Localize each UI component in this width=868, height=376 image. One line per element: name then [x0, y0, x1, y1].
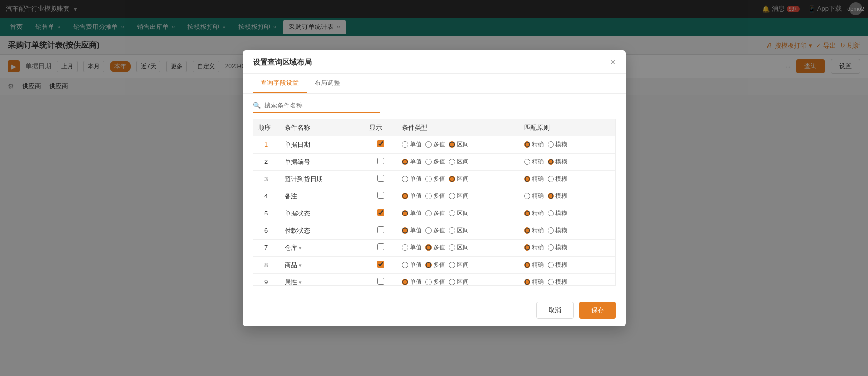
type-radio-多值[interactable]: 多值 [425, 226, 445, 235]
display-checkbox[interactable] [377, 175, 384, 182]
type-radio-多值[interactable]: 多值 [425, 175, 445, 183]
type-radio-单值[interactable]: 单值 [402, 175, 421, 183]
cancel-button[interactable]: 取消 [536, 302, 574, 319]
type-radio-单值[interactable]: 单值 [402, 278, 421, 286]
type-radio-单值[interactable]: 单值 [402, 140, 421, 149]
type-radio-单值[interactable]: 单值 [402, 192, 421, 200]
type-radio-单值[interactable]: 单值 [402, 261, 421, 269]
type-radio-区间[interactable]: 区间 [449, 261, 469, 269]
match-radio-精确[interactable]: 精确 [524, 243, 544, 252]
display-checkbox[interactable] [377, 192, 384, 199]
match-radio-模糊[interactable]: 模糊 [548, 192, 567, 200]
row-display-checkbox[interactable] [365, 136, 396, 153]
type-radio-多值[interactable]: 多值 [425, 209, 445, 217]
type-radio-单值[interactable]: 单值 [402, 226, 421, 235]
match-radio-模糊[interactable]: 模糊 [548, 158, 567, 166]
row-type-radios[interactable]: 单值多值区间 [397, 256, 520, 273]
modal-close-button[interactable]: × [610, 58, 616, 67]
type-radio-多值[interactable]: 多值 [425, 140, 445, 149]
type-radio-多值[interactable]: 多值 [425, 243, 445, 252]
match-radio-精确[interactable]: 精确 [524, 209, 544, 217]
display-checkbox[interactable] [377, 278, 384, 285]
row-display-checkbox[interactable] [365, 239, 396, 256]
conditions-table: 顺序 条件名称 显示 条件类型 匹配原则 1单据日期单值多值区间精确模糊2单据编… [253, 119, 615, 286]
modal-footer: 取消 保存 [243, 294, 626, 326]
type-radio-区间[interactable]: 区间 [449, 243, 469, 252]
row-display-checkbox[interactable] [365, 273, 396, 286]
display-checkbox[interactable] [377, 261, 384, 268]
type-radio-区间[interactable]: 区间 [449, 209, 469, 217]
tab-layout-adjust[interactable]: 布局调整 [307, 74, 348, 93]
match-radio-精确[interactable]: 精确 [524, 226, 544, 235]
row-match-radios[interactable]: 精确模糊 [519, 205, 615, 222]
match-radio-模糊[interactable]: 模糊 [548, 243, 567, 252]
row-order: 1 [253, 136, 280, 153]
save-button[interactable]: 保存 [579, 302, 616, 319]
type-radio-单值[interactable]: 单值 [402, 209, 421, 217]
type-radio-区间[interactable]: 区间 [449, 158, 469, 166]
match-radio-模糊[interactable]: 模糊 [548, 175, 567, 183]
display-checkbox[interactable] [377, 243, 384, 250]
row-match-radios[interactable]: 精确模糊 [519, 256, 615, 273]
match-radio-精确[interactable]: 精确 [524, 278, 544, 286]
row-match-radios[interactable]: 精确模糊 [519, 170, 615, 188]
match-radio-精确[interactable]: 精确 [524, 192, 544, 200]
match-radio-模糊[interactable]: 模糊 [548, 140, 567, 149]
type-radio-区间[interactable]: 区间 [449, 278, 469, 286]
col-header-name: 条件名称 [280, 119, 365, 136]
display-checkbox[interactable] [377, 209, 384, 216]
display-checkbox[interactable] [377, 140, 384, 147]
match-radio-精确[interactable]: 精确 [524, 261, 544, 269]
row-display-checkbox[interactable] [365, 153, 396, 170]
type-radio-多值[interactable]: 多值 [425, 192, 445, 200]
match-radio-模糊[interactable]: 模糊 [548, 278, 567, 286]
row-display-checkbox[interactable] [365, 222, 396, 239]
row-type-radios[interactable]: 单值多值区间 [397, 222, 520, 239]
row-match-radios[interactable]: 精确模糊 [519, 273, 615, 286]
type-radio-区间[interactable]: 区间 [449, 226, 469, 235]
match-radio-精确[interactable]: 精确 [524, 158, 544, 166]
row-match-radios[interactable]: 精确模糊 [519, 188, 615, 205]
row-type-radios[interactable]: 单值多值区间 [397, 205, 520, 222]
type-radio-区间[interactable]: 区间 [449, 192, 469, 200]
table-row: 4备注单值多值区间精确模糊 [253, 188, 615, 205]
type-radio-区间[interactable]: 区间 [449, 175, 469, 183]
type-radio-多值[interactable]: 多值 [425, 261, 445, 269]
condition-search-box: 🔍 [253, 102, 380, 113]
row-type-radios[interactable]: 单值多值区间 [397, 239, 520, 256]
display-checkbox[interactable] [377, 158, 384, 164]
row-display-checkbox[interactable] [365, 170, 396, 188]
row-display-checkbox[interactable] [365, 256, 396, 273]
search-icon: 🔍 [253, 102, 261, 109]
tab-query-fields[interactable]: 查询字段设置 [253, 74, 307, 93]
row-type-radios[interactable]: 单值多值区间 [397, 136, 520, 153]
row-type-radios[interactable]: 单值多值区间 [397, 153, 520, 170]
type-radio-多值[interactable]: 多值 [425, 278, 445, 286]
row-condition-name: 单据状态 [280, 205, 365, 222]
display-checkbox[interactable] [377, 226, 384, 233]
row-match-radios[interactable]: 精确模糊 [519, 222, 615, 239]
type-radio-单值[interactable]: 单值 [402, 243, 421, 252]
match-radio-模糊[interactable]: 模糊 [548, 226, 567, 235]
condition-search-input[interactable] [264, 102, 363, 109]
type-radio-多值[interactable]: 多值 [425, 158, 445, 166]
row-match-radios[interactable]: 精确模糊 [519, 239, 615, 256]
type-radio-单值[interactable]: 单值 [402, 158, 421, 166]
row-match-radios[interactable]: 精确模糊 [519, 153, 615, 170]
col-header-order: 顺序 [253, 119, 280, 136]
match-radio-精确[interactable]: 精确 [524, 175, 544, 183]
row-display-checkbox[interactable] [365, 205, 396, 222]
row-condition-name: 属性 ▾ [280, 273, 365, 286]
row-type-radios[interactable]: 单值多值区间 [397, 170, 520, 188]
match-radio-模糊[interactable]: 模糊 [548, 209, 567, 217]
row-type-radios[interactable]: 单值多值区间 [397, 188, 520, 205]
table-row: 7仓库 ▾单值多值区间精确模糊 [253, 239, 615, 256]
modal-header: 设置查询区域布局 × [243, 50, 626, 74]
match-radio-模糊[interactable]: 模糊 [548, 261, 567, 269]
type-radio-区间[interactable]: 区间 [449, 140, 469, 149]
row-match-radios[interactable]: 精确模糊 [519, 136, 615, 153]
row-display-checkbox[interactable] [365, 188, 396, 205]
table-row: 3预计到货日期单值多值区间精确模糊 [253, 170, 615, 188]
match-radio-精确[interactable]: 精确 [524, 140, 544, 149]
row-type-radios[interactable]: 单值多值区间 [397, 273, 520, 286]
